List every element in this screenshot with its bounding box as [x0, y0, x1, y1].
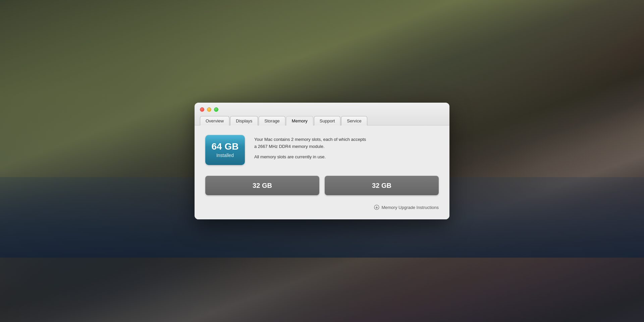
- tab-bar: Overview Displays Storage Memory Support…: [200, 116, 444, 125]
- minimize-button[interactable]: [207, 107, 211, 112]
- tab-overview[interactable]: Overview: [200, 116, 229, 125]
- memory-desc-line1: Your Mac contains 2 memory slots, each o…: [254, 136, 366, 150]
- upgrade-link[interactable]: Memory Upgrade Instructions: [374, 205, 439, 210]
- tab-service[interactable]: Service: [341, 116, 367, 125]
- upgrade-link-label: Memory Upgrade Instructions: [381, 205, 439, 210]
- about-this-mac-window: Overview Displays Storage Memory Support…: [195, 103, 449, 219]
- memory-slots-row: 32 GB 32 GB: [205, 176, 439, 195]
- memory-slot-1-label: 32 GB: [253, 182, 272, 190]
- close-button[interactable]: [200, 107, 204, 112]
- tab-displays[interactable]: Displays: [230, 116, 258, 125]
- memory-slot-2-label: 32 GB: [372, 182, 391, 190]
- memory-badge: 64 GB Installed: [205, 135, 245, 165]
- window-titlebar: Overview Displays Storage Memory Support…: [195, 103, 449, 125]
- memory-description: Your Mac contains 2 memory slots, each o…: [254, 135, 366, 160]
- memory-installed-label: Installed: [216, 153, 234, 158]
- memory-panel: 64 GB Installed Your Mac contains 2 memo…: [195, 125, 449, 219]
- memory-slots-status: All memory slots are currently in use.: [254, 154, 366, 161]
- bottom-bar: Memory Upgrade Instructions: [205, 203, 439, 210]
- memory-amount: 64 GB: [212, 142, 239, 151]
- tab-support[interactable]: Support: [314, 116, 341, 125]
- traffic-lights: [200, 107, 444, 112]
- upgrade-icon: [374, 205, 379, 210]
- memory-info-row: 64 GB Installed Your Mac contains 2 memo…: [205, 135, 439, 165]
- tab-storage[interactable]: Storage: [259, 116, 285, 125]
- maximize-button[interactable]: [214, 107, 218, 112]
- memory-slot-1: 32 GB: [205, 176, 319, 195]
- memory-slot-2: 32 GB: [325, 176, 439, 195]
- tab-memory[interactable]: Memory: [286, 116, 313, 125]
